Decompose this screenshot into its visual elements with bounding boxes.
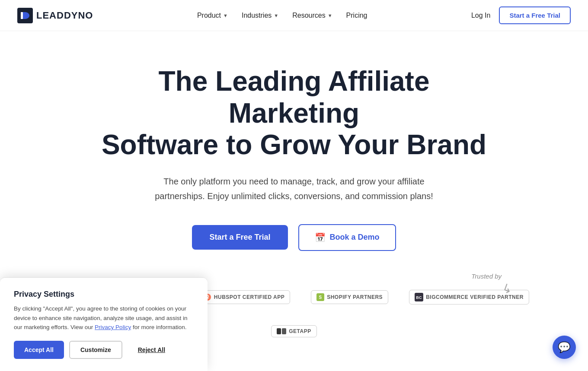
calendar-icon: 📅 xyxy=(315,232,326,243)
accept-all-button[interactable]: Accept All xyxy=(14,341,64,359)
nav-resources[interactable]: Resources ▼ xyxy=(292,12,332,19)
svg-rect-13 xyxy=(277,328,281,334)
hero-demo-button[interactable]: 📅 Book a Demo xyxy=(298,224,396,251)
svg-rect-1 xyxy=(21,12,23,19)
privacy-text: By clicking "Accept All", you agree to t… xyxy=(14,304,194,332)
login-button[interactable]: Log In xyxy=(471,12,490,19)
trusted-label: Trusted by xyxy=(471,273,502,280)
getapp-badge: GetApp xyxy=(271,325,316,337)
customize-button[interactable]: Customize xyxy=(69,341,122,359)
nav-industries[interactable]: Industries ▼ xyxy=(242,12,278,19)
navigation: LEADDYNO Product ▼ Industries ▼ Resource… xyxy=(0,0,588,31)
nav-actions: Log In Start a Free Trial xyxy=(471,6,571,24)
nav-trial-button[interactable]: Start a Free Trial xyxy=(499,6,571,24)
privacy-buttons: Accept All Customize Reject All xyxy=(14,341,194,359)
svg-text:BC: BC xyxy=(416,295,422,300)
bigcommerce-icon: BC xyxy=(415,293,423,301)
shopify-icon: S xyxy=(316,293,324,301)
logo-icon xyxy=(17,8,33,23)
logo-link[interactable]: LEADDYNO xyxy=(17,8,93,23)
chevron-down-icon: ▼ xyxy=(328,13,332,18)
svg-rect-14 xyxy=(282,328,286,334)
chevron-down-icon: ▼ xyxy=(274,13,278,18)
svg-text:S: S xyxy=(319,295,322,300)
getapp-icon xyxy=(277,328,286,334)
chat-icon: 💬 xyxy=(558,341,571,353)
hero-headline: The Leading Affiliate Marketing Software… xyxy=(99,66,489,161)
hero-subtext: The only platform you need to manage, tr… xyxy=(147,174,441,203)
nav-links: Product ▼ Industries ▼ Resources ▼ Prici… xyxy=(197,12,368,19)
nav-product[interactable]: Product ▼ xyxy=(197,12,228,19)
reject-all-button[interactable]: Reject All xyxy=(128,341,176,359)
privacy-policy-link[interactable]: Privacy Policy xyxy=(95,324,131,330)
hubspot-badge: HUBSPOT CERTIFIED APP xyxy=(198,290,290,304)
logo-text: LEADDYNO xyxy=(36,10,93,21)
hero-trial-button[interactable]: Start a Free Trial xyxy=(192,225,288,250)
shopify-badge: S shopify partners xyxy=(311,290,388,304)
privacy-banner: Privacy Settings By clicking "Accept All… xyxy=(0,277,208,371)
chevron-down-icon: ▼ xyxy=(223,13,228,18)
chat-button[interactable]: 💬 xyxy=(553,336,576,359)
privacy-title: Privacy Settings xyxy=(14,290,194,299)
hero-buttons: Start a Free Trial 📅 Book a Demo xyxy=(9,224,579,251)
nav-pricing[interactable]: Pricing xyxy=(346,12,368,19)
